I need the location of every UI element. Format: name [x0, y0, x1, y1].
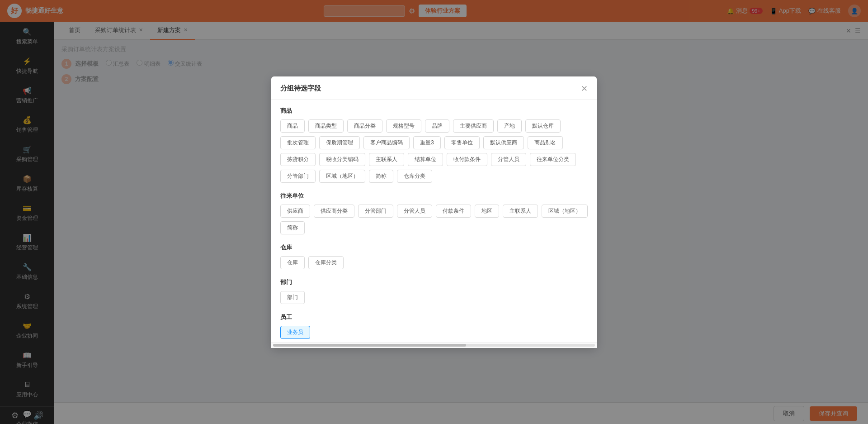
field-tag-goods-11[interactable]: 重量3 — [413, 136, 441, 149]
field-tag-goods-14[interactable]: 商品别名 — [528, 136, 563, 149]
field-tag-goods-1[interactable]: 商品类型 — [308, 119, 344, 133]
field-tag-department-0[interactable]: 部门 — [280, 291, 305, 304]
field-tag-goods-4[interactable]: 品牌 — [425, 119, 449, 133]
field-tag-goods-5[interactable]: 主要供应商 — [453, 119, 494, 133]
field-tag-partner-5[interactable]: 地区 — [475, 205, 499, 218]
field-tag-goods-19[interactable]: 收付款条件 — [447, 153, 487, 166]
modal-overlay: 分组待选字段 ✕ 商品商品商品类型商品分类规格型号品牌主要供应商产地默认仓库批次… — [0, 0, 868, 424]
field-tag-partner-3[interactable]: 分管人员 — [397, 205, 432, 218]
field-tag-goods-25[interactable]: 仓库分类 — [397, 170, 432, 183]
field-tags-partner: 供应商供应商分类分管部门分管人员付款条件地区主联系人区域（地区）简称 — [280, 205, 588, 234]
modal-dialog: 分组待选字段 ✕ 商品商品商品类型商品分类规格型号品牌主要供应商产地默认仓库批次… — [271, 76, 597, 348]
field-tag-goods-15[interactable]: 拣货积分 — [280, 153, 316, 166]
section-goods: 商品商品商品类型商品分类规格型号品牌主要供应商产地默认仓库批次管理保质期管理客户… — [280, 107, 588, 183]
field-tag-goods-23[interactable]: 区域（地区） — [319, 170, 365, 183]
field-tag-goods-20[interactable]: 分管人员 — [491, 153, 526, 166]
field-tag-goods-21[interactable]: 往来单位分类 — [530, 153, 576, 166]
field-tag-goods-6[interactable]: 产地 — [497, 119, 522, 133]
modal-close-btn[interactable]: ✕ — [581, 84, 588, 94]
field-tags-staff: 业务员 — [280, 326, 588, 339]
field-tag-goods-13[interactable]: 默认供应商 — [483, 136, 524, 149]
modal-header: 分组待选字段 ✕ — [271, 76, 597, 100]
field-tag-goods-22[interactable]: 分管部门 — [280, 170, 316, 183]
field-tag-partner-0[interactable]: 供应商 — [280, 205, 310, 218]
field-tag-staff-0[interactable]: 业务员 — [280, 326, 310, 339]
field-tag-goods-24[interactable]: 简称 — [369, 170, 393, 183]
field-tags-warehouse: 仓库仓库分类 — [280, 256, 588, 269]
field-tag-goods-12[interactable]: 零售单位 — [444, 136, 480, 149]
section-warehouse: 仓库仓库仓库分类 — [280, 243, 588, 269]
field-tag-goods-3[interactable]: 规格型号 — [386, 119, 421, 133]
field-tag-partner-2[interactable]: 分管部门 — [358, 205, 393, 218]
section-title-staff: 员工 — [280, 313, 588, 321]
section-title-department: 部门 — [280, 278, 588, 286]
section-staff: 员工业务员 — [280, 313, 588, 339]
modal-body: 商品商品商品类型商品分类规格型号品牌主要供应商产地默认仓库批次管理保质期管理客户… — [271, 100, 597, 342]
field-tag-warehouse-0[interactable]: 仓库 — [280, 256, 305, 269]
field-tag-goods-16[interactable]: 税收分类编码 — [319, 153, 365, 166]
modal-title: 分组待选字段 — [280, 84, 321, 93]
field-tag-goods-10[interactable]: 客户商品编码 — [363, 136, 410, 149]
field-tag-goods-7[interactable]: 默认仓库 — [525, 119, 561, 133]
field-tag-goods-18[interactable]: 结算单位 — [408, 153, 443, 166]
section-title-warehouse: 仓库 — [280, 243, 588, 252]
field-tags-goods: 商品商品类型商品分类规格型号品牌主要供应商产地默认仓库批次管理保质期管理客户商品… — [280, 119, 588, 183]
field-tag-partner-7[interactable]: 区域（地区） — [542, 205, 588, 218]
field-tag-goods-17[interactable]: 主联系人 — [369, 153, 404, 166]
section-department: 部门部门 — [280, 278, 588, 304]
field-tag-goods-0[interactable]: 商品 — [280, 119, 305, 133]
field-tag-goods-9[interactable]: 保质期管理 — [319, 136, 360, 149]
section-partner: 往来单位供应商供应商分类分管部门分管人员付款条件地区主联系人区域（地区）简称 — [280, 192, 588, 234]
field-tags-department: 部门 — [280, 291, 588, 304]
section-title-partner: 往来单位 — [280, 192, 588, 200]
field-tag-goods-8[interactable]: 批次管理 — [280, 136, 316, 149]
field-tag-partner-1[interactable]: 供应商分类 — [314, 205, 354, 218]
field-tag-goods-2[interactable]: 商品分类 — [347, 119, 382, 133]
field-tag-warehouse-1[interactable]: 仓库分类 — [308, 256, 344, 269]
field-tag-partner-4[interactable]: 付款条件 — [436, 205, 471, 218]
field-tag-partner-8[interactable]: 简称 — [280, 221, 305, 234]
section-title-goods: 商品 — [280, 107, 588, 115]
field-tag-partner-6[interactable]: 主联系人 — [503, 205, 538, 218]
modal-bottom-scrollbar[interactable] — [271, 342, 597, 348]
